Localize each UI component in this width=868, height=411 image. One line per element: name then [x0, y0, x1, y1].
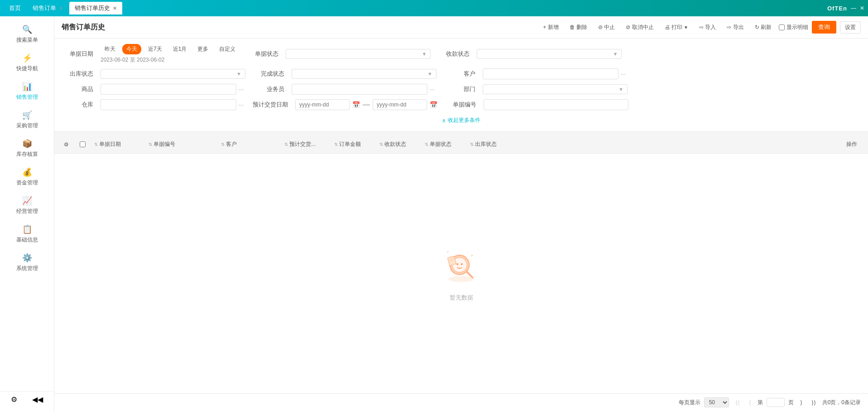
settings-button[interactable]: 设置 — [840, 21, 861, 34]
dept-label: 部门 — [444, 85, 475, 93]
delivery-date-label: 预计交货日期 — [253, 101, 288, 109]
order-no-label: 单据编号 — [445, 101, 476, 109]
pagination-last-btn[interactable]: ⟩⟩ — [809, 398, 819, 407]
stop-button[interactable]: ⊘ 中止 — [595, 22, 619, 33]
tab-sales-order-close[interactable]: ✕ — [59, 5, 63, 11]
date-btn-1month[interactable]: 近1月 — [169, 44, 191, 54]
show-detail-checkbox-label[interactable]: 显示明细 — [779, 24, 808, 31]
sidebar-item-capital-mgmt-label: 资金管理 — [16, 179, 38, 187]
order-status-arrow-icon: ▼ — [422, 51, 427, 57]
delivery-date-start-cal-icon[interactable]: 📅 — [352, 101, 360, 108]
delete-button[interactable]: 🗑 删除 — [566, 22, 591, 33]
filter-area: 单据日期 昨天 今天 近7天 近1月 更多 自定义 2023-06-02 至 2… — [54, 39, 868, 132]
refresh-button[interactable]: ↻ 刷新 — [751, 22, 775, 33]
print-button[interactable]: 🖨 打印 ▼ — [661, 22, 692, 33]
customer-dots-btn[interactable]: ··· — [619, 70, 628, 77]
th-delivery: ⇅ 预计交货... — [281, 140, 331, 148]
date-btn-yesterday[interactable]: 昨天 — [101, 44, 120, 54]
order-status-label: 单据状态 — [247, 50, 278, 58]
completion-status-select[interactable]: ▼ — [292, 69, 436, 79]
salesperson-dots-btn[interactable]: ··· — [427, 86, 436, 93]
new-button[interactable]: + 新增 — [539, 22, 562, 33]
warehouse-label: 仓库 — [62, 101, 93, 109]
settings-gear-icon[interactable]: ⚙ — [64, 141, 69, 148]
sidebar-item-inventory-check[interactable]: 📦 库存核算 — [0, 134, 54, 163]
brand-label: OfTEn — [827, 5, 847, 12]
per-page-select[interactable]: 50 10 20 100 — [704, 397, 729, 407]
salesperson-label: 业务员 — [253, 85, 284, 93]
pagination-prev-btn[interactable]: ⟨ — [746, 398, 754, 407]
receipt-status-select[interactable]: ▼ — [477, 49, 622, 59]
page-number-input[interactable]: 1 — [767, 398, 785, 407]
dept-select[interactable]: ▼ — [483, 84, 628, 94]
sidebar-item-search-menu[interactable]: 🔍 搜索菜单 — [0, 20, 54, 48]
warehouse-input[interactable] — [101, 99, 236, 110]
tab-home[interactable]: 首页 — [4, 2, 26, 15]
pagination-next-btn[interactable]: ⟩ — [797, 398, 805, 407]
date-btn-custom[interactable]: 自定义 — [215, 44, 240, 54]
th-order-status-sort-icon[interactable]: ⇅ — [425, 142, 428, 147]
import-button[interactable]: ⇨ 导入 — [695, 22, 719, 33]
sales-mgmt-icon: 📊 — [22, 82, 32, 92]
select-all-checkbox[interactable] — [80, 141, 86, 147]
tab-home-label: 首页 — [9, 4, 21, 12]
sidebar-bottom-volume-icon[interactable]: ◀◀ — [32, 395, 43, 404]
th-receipt-status-sort-icon[interactable]: ⇅ — [379, 142, 383, 147]
date-btn-more[interactable]: 更多 — [193, 44, 212, 54]
th-customer-sort-icon[interactable]: ⇅ — [221, 142, 225, 147]
cancel-stop-button[interactable]: ⊘ 取消中止 — [622, 22, 657, 33]
quick-nav-icon: ⚡ — [22, 53, 32, 63]
th-customer: ⇅ 客户 — [217, 140, 281, 148]
delivery-date-start-input[interactable] — [295, 99, 350, 110]
th-action: 操作 — [512, 140, 864, 148]
goods-input[interactable] — [101, 84, 236, 95]
sidebar-item-purchase-mgmt[interactable]: 🛒 采购管理 — [0, 106, 54, 134]
customer-input[interactable] — [483, 68, 619, 79]
delivery-date-end-cal-icon[interactable]: 📅 — [430, 101, 437, 108]
sidebar-item-system-mgmt[interactable]: ⚙️ 系统管理 — [0, 248, 54, 277]
receipt-status-label: 收款状态 — [438, 50, 470, 58]
order-no-input[interactable] — [484, 99, 628, 110]
pagination-first-btn[interactable]: ⟨⟨ — [733, 398, 743, 407]
top-bar-actions: OfTEn — ✕ — [827, 5, 864, 12]
tab-sales-order[interactable]: 销售订单 ✕ — [27, 2, 68, 15]
th-checkbox[interactable] — [74, 141, 91, 147]
window-close-btn[interactable]: ✕ — [860, 5, 864, 11]
sidebar-item-operations-mgmt[interactable]: 📈 经营管理 — [0, 191, 54, 220]
empty-state: ✦ ✦ 暂无数据 — [54, 154, 868, 393]
warehouse-dots-btn[interactable]: ··· — [236, 101, 245, 108]
order-status-select[interactable]: ▼ — [286, 49, 431, 59]
sidebar-item-basic-info[interactable]: 📋 基础信息 — [0, 220, 54, 248]
sidebar: 🔍 搜索菜单 ⚡ 快捷导航 📊 销售管理 🛒 采购管理 📦 库存核算 💰 资金管… — [0, 16, 54, 411]
delivery-status-select[interactable]: ▼ — [101, 69, 245, 79]
th-date-sort-icon[interactable]: ⇅ — [94, 142, 98, 147]
sidebar-bottom-settings-icon[interactable]: ⚙ — [11, 395, 17, 404]
delivery-date-end-input[interactable] — [373, 99, 427, 110]
salesperson-input[interactable] — [292, 84, 427, 95]
svg-text:✦: ✦ — [446, 250, 449, 253]
show-detail-checkbox[interactable] — [779, 24, 785, 30]
th-amount-sort-icon[interactable]: ⇅ — [334, 142, 338, 147]
sidebar-item-sales-mgmt[interactable]: 📊 销售管理 — [0, 77, 54, 106]
dept-arrow-icon: ▼ — [619, 87, 623, 92]
collapse-btn[interactable]: ∧ 收起更多条件 — [442, 115, 480, 126]
sidebar-item-capital-mgmt[interactable]: 💰 资金管理 — [0, 163, 54, 191]
tab-sales-order-history[interactable]: 销售订单历史 ✕ — [69, 2, 122, 15]
th-receipt-status-label: 收款状态 — [384, 140, 406, 148]
goods-dots-btn[interactable]: ··· — [236, 86, 245, 93]
window-minimize-btn[interactable]: — — [851, 5, 856, 11]
sidebar-item-quick-nav[interactable]: ⚡ 快捷导航 — [0, 48, 54, 77]
date-btn-today[interactable]: 今天 — [122, 44, 141, 54]
th-order-no-sort-icon[interactable]: ⇅ — [149, 142, 152, 147]
tab-sales-order-history-close[interactable]: ✕ — [113, 5, 117, 11]
th-date-label: 单据日期 — [99, 140, 121, 148]
page-title: 销售订单历史 — [62, 23, 105, 32]
table-footer: 每页显示 50 10 20 100 ⟨⟨ ⟨ 第 1 页 ⟩ ⟩⟩ 共0页，0条… — [54, 393, 868, 411]
th-settings[interactable]: ⚙ — [58, 141, 74, 148]
th-delivery-status-sort-icon[interactable]: ⇅ — [470, 142, 474, 147]
print-arrow-icon: ▼ — [684, 25, 688, 30]
query-button[interactable]: 查询 — [812, 21, 836, 34]
export-button[interactable]: ⇨ 导出 — [723, 22, 747, 33]
th-delivery-sort-icon[interactable]: ⇅ — [284, 142, 288, 147]
date-btn-7days[interactable]: 近7天 — [144, 44, 166, 54]
